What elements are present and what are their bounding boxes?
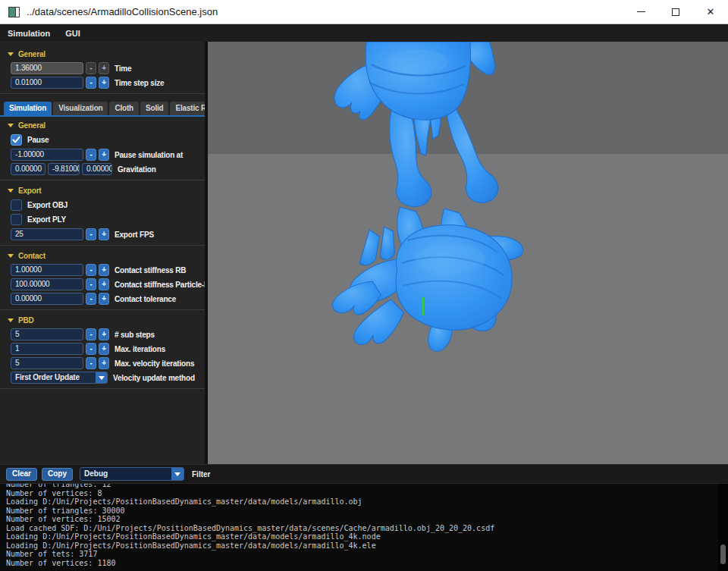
close-button[interactable]: ✕: [693, 0, 728, 24]
param-row-contact-tolerance: 0.00000 - + Contact tolerance: [11, 293, 205, 305]
increment-button[interactable]: +: [99, 328, 109, 340]
decrement-button[interactable]: -: [86, 149, 96, 161]
increment-button[interactable]: +: [99, 149, 109, 161]
minimize-icon: [637, 11, 645, 12]
contact-stiffness-rb-field[interactable]: 1.00000: [11, 264, 83, 276]
increment-button[interactable]: +: [99, 77, 109, 89]
dropdown-button[interactable]: [96, 372, 107, 383]
log-line: Number of tets: 3717: [6, 550, 717, 559]
collapse-arrow-icon: [8, 52, 14, 56]
param-row-contact-stiffness-particle-rb: 100.00000 - + Contact stiffness Particle…: [11, 278, 205, 290]
contact-stiffness-particle-rb-field[interactable]: 100.00000: [11, 278, 83, 290]
maximize-button[interactable]: [658, 0, 693, 24]
filter-label: Filter: [192, 470, 210, 478]
increment-button[interactable]: +: [99, 278, 109, 290]
decrement-button[interactable]: -: [86, 62, 96, 74]
collapse-arrow-icon: [8, 189, 14, 193]
viewport-canvas[interactable]: [208, 42, 728, 464]
param-label: Max. velocity iterations: [115, 359, 194, 368]
increment-button[interactable]: +: [99, 357, 109, 369]
scrollbar-thumb[interactable]: [720, 544, 726, 564]
increment-button[interactable]: +: [99, 62, 109, 74]
velocity-update-method-dropdown[interactable]: First Order Update: [11, 372, 108, 384]
param-label: Gravitation: [118, 165, 156, 174]
param-label: # sub steps: [115, 331, 155, 339]
tab-cloth[interactable]: Cloth: [109, 102, 139, 115]
gravitation-z-field[interactable]: 0.00000: [82, 163, 112, 175]
clear-button[interactable]: Clear: [6, 468, 37, 481]
export-ply-label: Export PLY: [27, 215, 66, 224]
max-velocity-iterations-field[interactable]: 5: [11, 357, 83, 369]
decrement-button[interactable]: -: [86, 343, 96, 355]
tab-simulation[interactable]: Simulation: [4, 102, 52, 115]
pause-checkbox-row: Pause: [11, 134, 205, 146]
contact-marker-line: [422, 297, 425, 315]
divider: [0, 245, 205, 246]
increment-button[interactable]: +: [99, 264, 109, 276]
divider: [0, 93, 205, 94]
section-header-general[interactable]: General: [0, 120, 205, 132]
collapse-arrow-icon: [8, 124, 14, 127]
tab-bar: Simulation Visualization Cloth Solid Ela…: [0, 102, 205, 115]
gravitation-y-field[interactable]: -9.81000: [48, 163, 80, 175]
export-ply-checkbox[interactable]: [11, 214, 22, 225]
window-controls: ✕: [623, 0, 728, 24]
contact-tolerance-field[interactable]: 0.00000: [11, 293, 83, 305]
section-header-pbd[interactable]: PBD: [0, 315, 205, 327]
decrement-button[interactable]: -: [86, 293, 96, 305]
param-label: Velocity update method: [113, 374, 195, 382]
log-line: Number of vertices: 15002: [6, 515, 717, 524]
viewport-3d[interactable]: [208, 42, 728, 464]
maximize-icon: [672, 8, 679, 16]
increment-button[interactable]: +: [99, 293, 109, 305]
log-line: Number of vertices: 1180: [6, 559, 717, 568]
time-step-field[interactable]: 0.01000: [11, 77, 83, 89]
increment-button[interactable]: +: [99, 343, 109, 355]
decrement-button[interactable]: -: [86, 264, 96, 276]
minimize-button[interactable]: [623, 0, 658, 24]
copy-button[interactable]: Copy: [42, 468, 73, 481]
pause-checkbox[interactable]: [11, 134, 22, 146]
menu-simulation[interactable]: Simulation: [0, 29, 58, 38]
export-fps-field[interactable]: 25: [11, 228, 83, 240]
menu-gui[interactable]: GUI: [58, 29, 88, 38]
param-row-max-iterations: 1 - + Max. iterations: [11, 343, 205, 355]
decrement-button[interactable]: -: [86, 228, 96, 240]
app-window: ../data/scenes/ArmadilloCollisionScene.j…: [0, 0, 728, 571]
decrement-button[interactable]: -: [86, 357, 96, 369]
log-level-dropdown[interactable]: Debug: [80, 467, 184, 481]
log-scrollbar[interactable]: [718, 484, 728, 571]
tab-solid[interactable]: Solid: [140, 102, 168, 115]
param-label: Contact tolerance: [115, 295, 176, 303]
tab-underline: [0, 115, 205, 117]
increment-button[interactable]: +: [99, 228, 109, 240]
console-toolbar: Clear Copy Debug Filter: [0, 465, 728, 484]
checkmark-icon: [12, 136, 20, 144]
tab-visualization[interactable]: Visualization: [53, 102, 108, 115]
section-header-contact[interactable]: Contact: [0, 250, 205, 262]
max-iterations-field[interactable]: 1: [11, 343, 83, 355]
log-line: Number of triangles: 30000: [6, 507, 717, 516]
log-line: Loading D:/Uni/Projects/PositionBasedDyn…: [6, 541, 717, 551]
tab-elastic-rod[interactable]: Elastic Rod: [170, 102, 208, 115]
gravitation-x-field[interactable]: 0.00000: [11, 163, 46, 175]
decrement-button[interactable]: -: [86, 278, 96, 290]
time-field[interactable]: 1.36000: [11, 62, 83, 74]
log-output[interactable]: Number of triangles: 12 Number of vertic…: [0, 484, 728, 571]
decrement-button[interactable]: -: [86, 328, 96, 340]
section-header-export[interactable]: Export: [0, 185, 205, 197]
param-row-max-velocity-iterations: 5 - + Max. velocity iterations: [11, 357, 205, 369]
divider: [0, 180, 205, 180]
section-header-general-top[interactable]: General: [0, 49, 205, 61]
close-icon: ✕: [707, 7, 715, 17]
sub-steps-field[interactable]: 5: [11, 328, 83, 340]
dropdown-arrow-icon: [99, 376, 105, 380]
param-label: Export FPS: [115, 231, 154, 239]
log-line: Load cached SDF: D:/Uni/Projects/Positio…: [6, 524, 717, 533]
pause-at-field[interactable]: -1.00000: [11, 149, 83, 161]
decrement-button[interactable]: -: [86, 77, 96, 89]
param-row-sub-steps: 5 - + # sub steps: [11, 328, 205, 340]
dropdown-button[interactable]: [171, 468, 184, 480]
collapse-arrow-icon: [8, 318, 14, 322]
export-obj-checkbox[interactable]: [11, 199, 22, 211]
